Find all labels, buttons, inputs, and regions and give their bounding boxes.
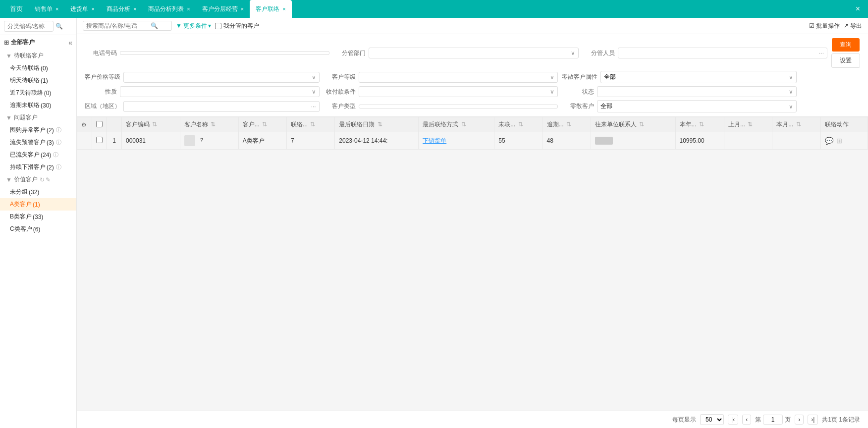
query-btn[interactable]: 查询 xyxy=(832,38,860,52)
sidebar-item-hoarding[interactable]: 囤购异常客户 (2) ⓘ xyxy=(0,124,76,136)
sidebar-group-problem[interactable]: ▼ 问题客户 xyxy=(0,111,76,124)
my-customers-checkbox[interactable] xyxy=(215,23,221,29)
phone-input[interactable] xyxy=(120,51,329,55)
sidebar-search-icon[interactable]: 🔍 xyxy=(55,23,63,30)
action-icons: 💬 ⊞ xyxy=(825,137,864,145)
sort-year-icon: ⇅ xyxy=(699,121,704,128)
nav-home[interactable]: 首页 xyxy=(4,0,29,18)
sidebar-group-value[interactable]: ▼ 价值客户 ↻ ✎ xyxy=(0,173,76,186)
dept-select[interactable]: ∨ xyxy=(369,48,578,58)
th-contacts[interactable]: 联络... ⇅ xyxy=(287,117,335,132)
td-this-month xyxy=(772,132,820,150)
scatter-attr-select[interactable]: 全部 ∨ xyxy=(600,71,797,83)
sidebar-item-declining[interactable]: 持续下滑客户 (2) ⓘ xyxy=(0,161,76,173)
th-this-month[interactable]: 本月... ⇅ xyxy=(772,117,820,132)
edit-icon[interactable]: ✎ xyxy=(46,176,51,183)
sidebar-item-a-class[interactable]: A类客户 (1) xyxy=(0,198,76,211)
scatter-customer-select[interactable]: 全部 ∨ xyxy=(597,100,797,112)
sort-category-icon: ⇅ xyxy=(262,121,267,128)
sidebar-item-ungrouped[interactable]: 未分组 (32) xyxy=(0,186,76,198)
sidebar-item-churn-warning[interactable]: 流失预警客户 (3) ⓘ xyxy=(0,136,76,149)
th-last-contact-method[interactable]: 最后联络方式 ⇅ xyxy=(419,117,494,132)
info-icon-4: ⓘ xyxy=(56,163,61,171)
nav-customer-contact-close[interactable]: × xyxy=(282,6,285,12)
th-category[interactable]: 客户... ⇅ xyxy=(238,117,286,132)
batch-op-btn[interactable]: ☑ 批量操作 xyxy=(809,22,840,30)
th-last-contact-date[interactable]: 最后联络日期 ⇅ xyxy=(335,117,419,132)
td-no-contact: 55 xyxy=(494,132,542,150)
sidebar-item-churned[interactable]: 已流失客户 (24) ⓘ xyxy=(0,149,76,161)
sidebar-collapse-icon[interactable]: « xyxy=(68,39,72,47)
th-name[interactable]: 客户名称 ⇅ xyxy=(180,117,238,132)
prev-page-btn[interactable]: ‹ xyxy=(742,415,751,425)
row-checkbox[interactable] xyxy=(96,137,103,143)
first-page-btn[interactable]: |‹ xyxy=(728,415,738,425)
window-close[interactable]: × xyxy=(852,4,864,13)
page-size-select[interactable]: 50 xyxy=(700,414,724,425)
sort-code-icon: ⇅ xyxy=(152,121,157,128)
sort-method-icon: ⇅ xyxy=(461,121,466,128)
sidebar-group-pending[interactable]: ▼ 待联络客户 xyxy=(0,50,76,62)
main-search-icon[interactable]: 🔍 xyxy=(151,22,158,29)
status-select[interactable]: ∨ xyxy=(597,86,797,97)
th-visit-contacts[interactable]: 往来单位联系人 ⇅ xyxy=(591,117,675,132)
th-overdue[interactable]: 逾期... ⇅ xyxy=(542,117,591,132)
nav-product-analysis-close[interactable]: × xyxy=(133,6,136,12)
nav-product-analysis-list[interactable]: 商品分析列表 × xyxy=(142,0,196,18)
chat-icon[interactable]: 💬 xyxy=(825,137,833,145)
price-level-select[interactable]: ∨ xyxy=(123,72,320,83)
customer-type-input[interactable] xyxy=(359,105,558,108)
export-btn[interactable]: ↗ 导出 xyxy=(844,22,862,30)
td-category: A类客户 xyxy=(238,132,286,150)
nav-customer-tier-close[interactable]: × xyxy=(241,6,244,12)
sidebar-item-tomorrow-contact[interactable]: 明天待联络 (1) xyxy=(0,74,76,87)
payment-select[interactable]: ∨ xyxy=(359,86,558,97)
filter-row-1: 电话号码 分管部门 ∨ 分管人员 ··· xyxy=(85,38,860,68)
select-all-checkbox[interactable] xyxy=(96,121,103,127)
main-search-input[interactable] xyxy=(86,22,151,29)
sidebar-item-c-class[interactable]: C类客户 (6) xyxy=(0,223,76,235)
next-page-btn[interactable]: › xyxy=(795,415,804,425)
sidebar-item-today-contact[interactable]: 今天待联络 (0) xyxy=(0,62,76,74)
region-input[interactable]: ··· xyxy=(123,101,320,112)
more-conditions-btn[interactable]: ▼ 更多条件 ▾ xyxy=(176,22,211,30)
nav-sales-close[interactable]: × xyxy=(55,6,58,12)
filter-cell-customer-type: 客户类型 xyxy=(324,102,558,110)
person-input[interactable]: ··· xyxy=(618,48,827,58)
sidebar-item-b-class[interactable]: B类客户 (33) xyxy=(0,211,76,223)
nav-purchase-close[interactable]: × xyxy=(91,6,94,12)
sort-date-icon: ⇅ xyxy=(378,121,382,128)
sidebar-all-customers[interactable]: ⊞ 全部客户 « xyxy=(0,35,76,50)
th-settings[interactable]: ⚙ xyxy=(77,117,92,132)
last-page-btn[interactable]: ›| xyxy=(808,415,818,425)
grid-action-icon[interactable]: ⊞ xyxy=(836,137,842,145)
th-last-month[interactable]: 上月... ⇅ xyxy=(724,117,772,132)
last-contact-method-link[interactable]: 下销货单 xyxy=(423,137,446,144)
th-code[interactable]: 客户编码 ⇅ xyxy=(122,117,180,132)
nav-sales[interactable]: 销售单 × xyxy=(29,0,64,18)
sidebar-item-7day-contact[interactable]: 近7天待联络 (0) xyxy=(0,87,76,99)
nav-customer-tier[interactable]: 客户分层经营 × xyxy=(196,0,250,18)
export-icon: ↗ xyxy=(844,22,849,29)
customer-level-select[interactable]: ∨ xyxy=(359,72,558,83)
refresh-icon[interactable]: ↻ xyxy=(40,176,45,183)
nav-customer-contact[interactable]: 客户联络 × xyxy=(250,0,291,18)
sort-tmonth-icon: ⇅ xyxy=(796,121,801,128)
page-input[interactable] xyxy=(763,415,783,425)
sidebar-item-overdue-contact[interactable]: 逾期未联络 (30) xyxy=(0,99,76,111)
th-rownum xyxy=(107,117,122,132)
sidebar-search-input[interactable] xyxy=(4,21,54,32)
filter-cell-scatter-attr: 零散客户属性 全部 ∨ xyxy=(562,71,797,83)
nav-product-analysis[interactable]: 商品分析 × xyxy=(101,0,142,18)
settings-btn[interactable]: 设置 xyxy=(831,54,860,68)
td-last-contact-method: 下销货单 xyxy=(419,132,494,150)
td-name: ？ xyxy=(180,132,238,150)
td-rownum: 1 xyxy=(107,132,122,150)
nav-product-analysis-list-close[interactable]: × xyxy=(187,6,190,12)
nature-select[interactable]: ∨ xyxy=(120,86,320,97)
th-no-contact[interactable]: 未联... ⇅ xyxy=(494,117,542,132)
arrow-down-icon: ▼ xyxy=(6,53,12,59)
nav-purchase[interactable]: 进货单 × xyxy=(64,0,100,18)
th-this-year[interactable]: 本年... ⇅ xyxy=(675,117,724,132)
sidebar-search-wrap: 🔍 xyxy=(0,18,76,35)
